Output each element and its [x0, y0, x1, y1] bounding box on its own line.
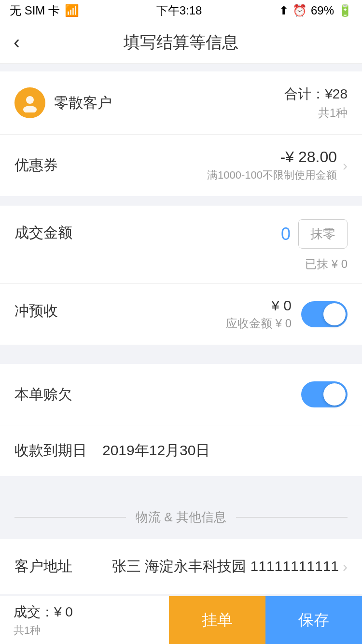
logistics-title: 物流 & 其他信息 — [136, 509, 226, 526]
wifi-icon: 📶 — [65, 4, 79, 17]
back-button[interactable]: ‹ — [14, 31, 20, 53]
bottom-deal-label: 成交： — [14, 604, 54, 619]
customer-left: 零散客户 — [14, 87, 112, 118]
save-button[interactable]: 保存 — [265, 596, 362, 644]
status-bar: 无 SIM 卡 📶 下午3:18 ⬆ ⏰ 69% 🔋 — [0, 0, 362, 21]
deal-row: 成交金额 0 抹零 — [0, 206, 362, 256]
address-right: 张三 海淀永丰科技园 11111111111 › — [93, 557, 348, 576]
svg-point-1 — [23, 106, 37, 112]
deal-label: 成交金额 — [14, 219, 72, 243]
bottom-count: 共1种 — [14, 623, 155, 638]
due-date-value: 2019年12月30日 — [102, 441, 210, 461]
deal-sub-text: 已抹 ¥ 0 — [0, 256, 362, 283]
coupon-label: 优惠券 — [14, 155, 58, 175]
logistics-header: 物流 & 其他信息 — [0, 495, 362, 539]
bottom-deal-value: ¥ 0 — [54, 604, 73, 619]
address-row[interactable]: 客户地址 张三 海淀永丰科技园 11111111111 › — [0, 539, 362, 594]
deal-section: 成交金额 0 抹零 已抹 ¥ 0 冲预收 ¥ 0 应收金额 ¥ 0 — [0, 206, 362, 345]
logistics-line-left — [14, 517, 126, 518]
chevron-right-icon: › — [343, 157, 348, 174]
address-chevron-icon: › — [343, 559, 348, 575]
nav-bar: ‹ 填写结算等信息 — [0, 21, 362, 64]
debt-section: 本单赊欠 收款到期日 2019年12月30日 — [0, 364, 362, 476]
status-right: ⬆ ⏰ 69% 🔋 — [279, 4, 352, 17]
round-zero-button[interactable]: 抹零 — [298, 219, 348, 249]
due-date-row: 收款到期日 2019年12月30日 — [0, 425, 362, 476]
customer-avatar — [14, 87, 45, 118]
section-divider-2 — [0, 354, 362, 364]
coupon-right: -¥ 28.00 满1000-100不限制使用金额 › — [207, 148, 348, 182]
customer-section: 零散客户 合计：¥28 共1种 — [0, 71, 362, 134]
coupon-row[interactable]: 优惠券 -¥ 28.00 满1000-100不限制使用金额 › — [0, 135, 362, 196]
bottom-info: 成交：¥ 0 共1种 — [0, 596, 169, 644]
address-section: 客户地址 张三 海淀永丰科技园 11111111111 › — [0, 539, 362, 594]
prepaid-values: ¥ 0 应收金额 ¥ 0 — [226, 297, 292, 331]
bottom-bar: 成交：¥ 0 共1种 挂单 保存 — [0, 596, 362, 644]
total-amount: 合计：¥28 — [284, 85, 348, 103]
address-value: 张三 海淀永丰科技园 11111111111 — [112, 557, 339, 576]
svg-point-0 — [26, 96, 34, 104]
prepaid-row: 冲预收 ¥ 0 应收金额 ¥ 0 — [0, 283, 362, 345]
deal-right: 0 抹零 — [262, 219, 348, 249]
coupon-desc: 满1000-100不限制使用金额 — [207, 168, 337, 182]
location-icon: ⬆ — [279, 4, 289, 17]
bottom-deal-amount: 成交：¥ 0 — [14, 603, 155, 621]
customer-name: 零散客户 — [54, 93, 112, 113]
deal-amount-value[interactable]: 0 — [262, 224, 291, 244]
prepaid-label: 冲预收 — [14, 297, 58, 321]
total-count: 共1种 — [284, 105, 348, 121]
logistics-line-right — [236, 517, 348, 518]
main-content: 零散客户 合计：¥28 共1种 优惠券 -¥ 28.00 满1000-100不限… — [0, 71, 362, 644]
prepaid-amount: ¥ 0 — [226, 297, 292, 314]
page-title: 填写结算等信息 — [124, 31, 238, 54]
debt-row: 本单赊欠 — [0, 364, 362, 425]
carrier-text: 无 SIM 卡 — [10, 3, 60, 18]
section-divider-3 — [0, 486, 362, 495]
battery-icon: 🔋 — [338, 4, 352, 17]
customer-row: 零散客户 合计：¥28 共1种 — [0, 71, 362, 134]
hold-button[interactable]: 挂单 — [169, 596, 265, 644]
alarm-icon: ⏰ — [292, 4, 307, 17]
battery-text: 69% — [311, 4, 334, 17]
customer-right: 合计：¥28 共1种 — [284, 85, 348, 121]
address-label: 客户地址 — [14, 557, 72, 576]
coupon-right-text: -¥ 28.00 满1000-100不限制使用金额 — [207, 148, 337, 182]
section-divider-1 — [0, 196, 362, 206]
debt-label: 本单赊欠 — [14, 385, 72, 405]
coupon-section: 优惠券 -¥ 28.00 满1000-100不限制使用金额 › — [0, 135, 362, 196]
prepaid-right: ¥ 0 应收金额 ¥ 0 — [226, 297, 348, 331]
debt-toggle[interactable] — [301, 381, 348, 407]
status-left: 无 SIM 卡 📶 — [10, 3, 79, 18]
coupon-amount: -¥ 28.00 — [207, 148, 337, 166]
prepaid-sub: 应收金额 ¥ 0 — [226, 316, 292, 331]
due-date-label: 收款到期日 — [14, 441, 87, 461]
prepaid-toggle[interactable] — [301, 301, 348, 327]
time-display: 下午3:18 — [156, 3, 202, 18]
